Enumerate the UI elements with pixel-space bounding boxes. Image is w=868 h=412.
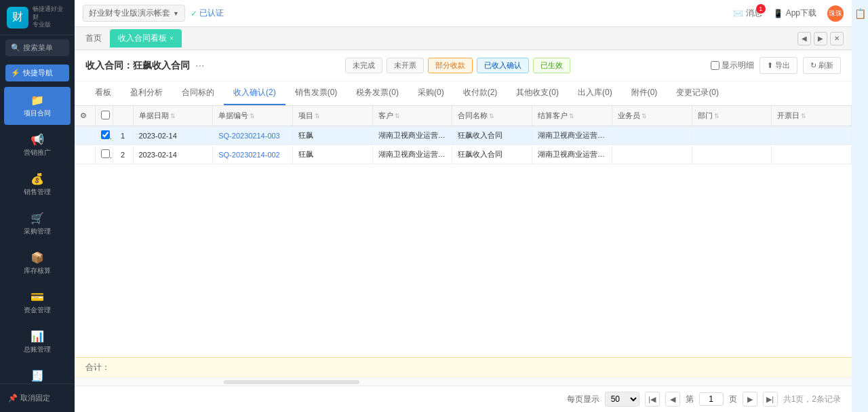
td-salesperson-1 xyxy=(612,126,692,145)
th-settlement-customer: 结算客户⇅ xyxy=(532,106,612,126)
active-tab[interactable]: 收入合同看板 × xyxy=(110,29,182,48)
subtab-tax-invoice[interactable]: 税务发票(0) xyxy=(347,81,408,105)
td-project-2: 狂飙 xyxy=(292,145,372,164)
sort-docno-icon[interactable]: ⇅ xyxy=(250,113,255,119)
export-button[interactable]: ⬆ 导出 xyxy=(760,57,797,74)
subtab-change-log[interactable]: 变更记录(0) xyxy=(667,81,728,105)
sidebar-item-inventory[interactable]: 📦 库存核算 xyxy=(4,244,71,282)
logo-icon: 财 xyxy=(7,7,28,29)
app-download-button[interactable]: 📱 App下载 xyxy=(773,7,816,19)
home-tab[interactable]: 首页 xyxy=(83,33,104,44)
sort-date-icon[interactable]: ⇅ xyxy=(170,113,176,119)
td-project-1: 狂飙 xyxy=(292,126,372,145)
td-docno-2: SQ-20230214-002 xyxy=(213,145,293,164)
page-unit-label: 页 xyxy=(729,394,737,405)
select-all-checkbox[interactable] xyxy=(101,111,110,119)
page-input[interactable] xyxy=(699,392,724,406)
sort-contractname-icon[interactable]: ⇅ xyxy=(489,113,494,119)
pin-icon: 📌 xyxy=(8,394,18,402)
td-checkbox-2 xyxy=(95,145,113,164)
message-icon: ✉️ xyxy=(733,9,743,18)
th-salesperson: 业务员⇅ xyxy=(612,106,692,126)
sort-customer-icon[interactable]: ⇅ xyxy=(395,113,400,119)
tab-prev-button[interactable]: ◀ xyxy=(797,32,811,45)
td-contractname-1: 狂飙收入合同 xyxy=(452,126,532,145)
show-detail-checkbox-label[interactable]: 显示明细 xyxy=(711,60,754,71)
quick-nav-button[interactable]: ⚡ 快捷导航 xyxy=(5,64,69,81)
td-settlement-2: 湖南卫视商业运营发展有限公司 xyxy=(532,145,612,164)
contract-status-buttons: 未完成 未开票 部分收款 已收入确认 已生效 xyxy=(345,58,570,73)
pin-toggle[interactable]: 📌 取消固定 xyxy=(5,390,69,407)
status-effective[interactable]: 已生效 xyxy=(533,58,570,73)
tab-label: 收入合同看板 xyxy=(118,33,167,44)
refresh-icon: ↻ xyxy=(810,61,816,70)
next-page-button[interactable]: ▶ xyxy=(743,392,757,407)
message-button[interactable]: ✉️ 消息 1 xyxy=(733,7,762,19)
sidebar-item-purchase[interactable]: 🛒 采购管理 xyxy=(4,205,71,243)
sort-opendate-icon[interactable]: ⇅ xyxy=(801,113,806,119)
more-button[interactable]: ··· xyxy=(195,60,204,72)
subtab-attachment[interactable]: 附件(0) xyxy=(622,81,667,105)
subtab-profit[interactable]: 盈利分析 xyxy=(121,81,172,105)
per-page-select[interactable]: 20 50 100 200 xyxy=(605,392,639,407)
last-page-button[interactable]: ▶| xyxy=(763,392,778,407)
sidebar-item-marketing[interactable]: 📢 营销推广 xyxy=(4,126,71,164)
sidebar: 财 畅捷通好业财 专业版 🔍 搜索菜单 ⚡ 快捷导航 📁 项目合同 📢 营销推广… xyxy=(0,0,75,412)
subtab-other-income[interactable]: 其他收支(0) xyxy=(507,81,568,105)
contract-title: 收入合同：狂飙收入合同 ··· xyxy=(85,60,204,72)
subtab-stock-out[interactable]: 出入库(0) xyxy=(568,81,622,105)
subtab-payment[interactable]: 收付款(2) xyxy=(454,81,507,105)
box-icon: 📦 xyxy=(31,251,44,264)
sort-salesperson-icon[interactable]: ⇅ xyxy=(642,113,647,119)
lightning-icon: ⚡ xyxy=(11,69,20,77)
sidebar-item-fund[interactable]: 💳 资金管理 xyxy=(4,284,71,322)
right-sidebar-icon[interactable]: 📋 xyxy=(852,5,869,22)
topbar: 好业财专业版演示帐套 ▼ ✓ 已认证 ✉️ 消息 1 📱 App下载 珠珠 xyxy=(75,0,852,27)
folder-icon: 📁 xyxy=(31,94,44,107)
subtab-contractstd[interactable]: 合同标的 xyxy=(172,81,224,105)
subtab-income-confirm[interactable]: 收入确认(2) xyxy=(224,81,285,105)
sort-department-icon[interactable]: ⇅ xyxy=(714,113,719,119)
right-sidebar: 📋 xyxy=(852,0,868,412)
sidebar-item-general[interactable]: 📊 总账管理 xyxy=(4,323,71,361)
status-partial[interactable]: 部分收款 xyxy=(428,58,473,73)
row-checkbox-2[interactable] xyxy=(101,149,110,158)
doc-no-link-1[interactable]: SQ-20230214-003 xyxy=(218,132,280,140)
sort-settlement-icon[interactable]: ⇅ xyxy=(569,113,574,119)
contract-right-actions: 显示明细 ⬆ 导出 ↻ 刷新 xyxy=(711,57,841,74)
chart-icon: 📊 xyxy=(31,330,44,343)
doc-no-link-2[interactable]: SQ-20230214-002 xyxy=(218,151,280,159)
status-unfinished[interactable]: 未完成 xyxy=(345,58,382,73)
subtab-kanban[interactable]: 看板 xyxy=(85,81,121,105)
th-project: 项目⇅ xyxy=(292,106,372,126)
row-checkbox-1[interactable] xyxy=(101,130,110,139)
td-gear-2 xyxy=(75,145,95,164)
scrollbar-area[interactable] xyxy=(75,377,852,386)
data-table: ⚙ 单据日期⇅ 单据编号⇅ 项目⇅ 客户⇅ 合同名称⇅ 结算客户⇅ 业务员⇅ xyxy=(75,106,852,164)
tab-close-button[interactable]: × xyxy=(170,35,174,42)
status-uninvoiced[interactable]: 未开票 xyxy=(387,58,424,73)
subtab-purchase[interactable]: 采购(0) xyxy=(408,81,454,105)
sidebar-bottom: 📌 取消固定 xyxy=(0,383,75,412)
td-customer-2: 湖南卫视商业运营发展有限公司 xyxy=(372,145,452,164)
subtab-sales-invoice[interactable]: 销售发票(0) xyxy=(285,81,347,105)
td-department-1 xyxy=(692,126,772,145)
first-page-button[interactable]: |◀ xyxy=(645,392,660,407)
td-docno-1: SQ-20230214-003 xyxy=(213,126,293,145)
show-detail-checkbox[interactable] xyxy=(711,61,719,70)
company-selector[interactable]: 好业财专业版演示帐套 ▼ xyxy=(83,5,185,22)
refresh-button[interactable]: ↻ 刷新 xyxy=(803,57,841,74)
search-menu-button[interactable]: 🔍 搜索菜单 xyxy=(5,39,69,56)
tab-close-all-button[interactable]: ✕ xyxy=(830,32,844,45)
settings-icon[interactable]: ⚙ xyxy=(80,111,87,119)
prev-page-button[interactable]: ◀ xyxy=(665,392,680,407)
th-date: 单据日期⇅ xyxy=(133,106,213,126)
sidebar-item-project-contract[interactable]: 📁 项目合同 xyxy=(4,87,71,125)
sort-project-icon[interactable]: ⇅ xyxy=(315,113,320,119)
status-confirmed[interactable]: 已收入确认 xyxy=(477,58,529,73)
tab-next-button[interactable]: ▶ xyxy=(814,32,827,45)
user-avatar[interactable]: 珠珠 xyxy=(827,5,844,22)
sidebar-item-invoice[interactable]: 🧾 发票管理 xyxy=(4,362,71,383)
sidebar-item-sales[interactable]: 💰 销售管理 xyxy=(4,166,71,204)
tab-nav: ◀ ▶ ✕ xyxy=(797,32,844,45)
